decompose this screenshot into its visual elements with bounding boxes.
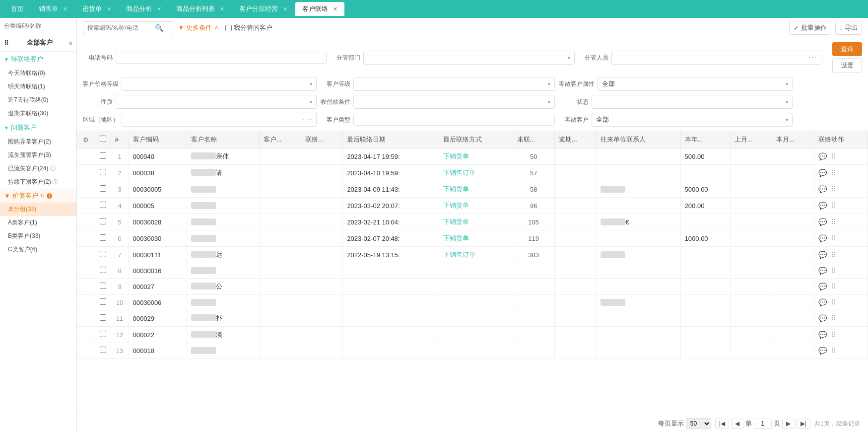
next-page-btn[interactable]: ▶ [782,419,795,429]
prev-page-btn[interactable]: ◀ [731,419,743,429]
col-this-year[interactable]: 本年... [680,131,730,148]
sidebar-item-class-c[interactable]: C类客户(6) [0,243,76,256]
filter-manager-input[interactable]: ··· [611,51,822,65]
filter-search-icon[interactable]: 🔍 [155,24,163,32]
row-phone-icon-8[interactable]: 💬 [818,283,827,290]
row-grid-icon-9[interactable]: ⠿ [831,298,836,306]
sidebar-item-class-a[interactable]: A类客户(1) [0,216,76,229]
row-checkbox-6[interactable] [95,247,111,263]
filter-phone-input[interactable] [116,52,327,64]
row-last-type-4[interactable]: 下销货单 [439,214,513,230]
sidebar-group-value-customers[interactable]: ▼ 价值客户 ↻ ! [0,189,76,203]
row-last-type-0[interactable]: 下销货单 [439,148,513,165]
row-last-type-11[interactable] [439,327,513,343]
row-checkbox-9[interactable] [95,295,111,310]
row-checkbox-7[interactable] [95,263,111,279]
tab-sales-order[interactable]: 销售单 ✕ [32,2,74,16]
row-last-type-10[interactable] [439,310,513,327]
tab-product-analysis-list[interactable]: 商品分析列表 ✕ [169,2,231,16]
row-grid-icon-2[interactable]: ⠿ [831,185,836,193]
row-checkbox-input-12[interactable] [100,347,106,353]
batch-ops-button[interactable]: ✓ 批量操作 [789,21,831,35]
more-conditions-btn[interactable]: ▼ 更多条件 ∧ [178,23,219,32]
row-grid-icon-11[interactable]: ⠿ [831,331,836,339]
row-grid-icon-1[interactable]: ⠿ [831,169,836,177]
row-phone-icon-7[interactable]: 💬 [818,267,827,275]
row-checkbox-2[interactable] [95,181,111,198]
row-last-type-3[interactable]: 下销货单 [439,198,513,214]
row-checkbox-input-2[interactable] [100,185,106,192]
sidebar-item-7day-pending[interactable]: 近7天待联络(0) [0,93,76,107]
col-type[interactable]: 客户... [259,131,301,148]
row-checkbox-12[interactable] [95,343,111,359]
col-no-contact-days[interactable]: 未联... [513,131,554,148]
tab-customer-contact-close[interactable]: ✕ [333,6,337,12]
sidebar-item-tomorrow-pending[interactable]: 明天待联络(1) [0,80,76,93]
row-phone-icon-5[interactable]: 💬 [818,234,827,242]
row-phone-icon-2[interactable]: 💬 [818,185,827,193]
filter-dept-select[interactable]: ▾ [363,51,574,65]
row-phone-icon-1[interactable]: 💬 [818,169,827,177]
tab-product-analysis-close[interactable]: ✕ [157,6,161,12]
per-page-select[interactable]: 20 50 100 [686,418,711,429]
row-checkbox-4[interactable] [95,214,111,230]
sidebar-item-today-pending[interactable]: 今天待联络(0) [0,67,76,80]
tab-purchase-order-close[interactable]: ✕ [107,6,111,12]
row-checkbox-11[interactable] [95,327,111,343]
filter-retail-customer-select[interactable]: 全部 ▾ [592,113,793,127]
row-phone-icon-0[interactable]: 💬 [818,152,827,160]
tab-home[interactable]: 首页 [4,2,31,16]
col-this-month[interactable]: 本月... [772,131,814,148]
sidebar-group-problem-customers[interactable]: ▼ 问题客户 [0,120,76,135]
select-all-checkbox[interactable] [100,136,106,142]
row-checkbox-5[interactable] [95,230,111,247]
my-customers-checkbox[interactable] [225,25,232,31]
col-unit-contact[interactable]: 往来单位联系人 [597,131,680,148]
filter-payment-select[interactable]: ▾ [353,95,554,109]
sidebar-item-ungroup[interactable]: 未分组(32) [0,203,76,216]
page-number-input[interactable] [754,419,772,429]
row-last-type-2[interactable]: 下销货单 [439,181,513,198]
col-code[interactable]: 客户编码 [129,131,187,148]
row-grid-icon-5[interactable]: ⠿ [831,234,836,242]
sidebar-search-input[interactable] [4,22,77,29]
row-checkbox-input-8[interactable] [100,283,106,289]
row-last-type-1[interactable]: 下销售订单 [439,165,513,181]
filter-price-level-select[interactable]: ▾ [122,77,317,91]
row-phone-icon-6[interactable]: 💬 [818,251,827,259]
row-last-type-12[interactable] [439,343,513,359]
tab-product-analysis[interactable]: 商品分析 ✕ [119,2,168,16]
filter-region-input[interactable]: ··· [122,113,317,127]
row-grid-icon-8[interactable]: ⠿ [831,283,836,290]
filter-status-select[interactable]: ▾ [592,95,793,109]
sidebar-refresh-icon[interactable]: ↻ [40,193,45,199]
row-checkbox-input-0[interactable] [100,152,106,159]
row-phone-icon-12[interactable]: 💬 [818,347,827,355]
filter-retail-attr-select[interactable]: 全部 ▾ [598,77,793,91]
tab-customer-contact[interactable]: 客户联络 ✕ [295,2,344,16]
row-grid-icon-6[interactable]: ⠿ [831,251,836,259]
first-page-btn[interactable]: |◀ [715,419,729,429]
search-button[interactable]: 查询 [832,42,862,56]
row-last-type-9[interactable] [439,295,513,310]
row-checkbox-3[interactable] [95,198,111,214]
sidebar-item-declining[interactable]: 持续下滑客户(2) ⓘ [0,175,76,189]
sidebar-item-churned[interactable]: 已流失客户(24) ⓘ [0,162,76,175]
row-grid-icon-10[interactable]: ⠿ [831,314,836,322]
row-checkbox-input-5[interactable] [100,234,106,241]
row-grid-icon-3[interactable]: ⠿ [831,202,836,210]
sidebar-group-pending-contact[interactable]: ▼ 待联络客户 [0,52,76,67]
sidebar-item-churn-warning[interactable]: 流失预警客户(3) [0,148,76,162]
row-grid-icon-0[interactable]: ⠿ [831,152,836,160]
row-last-type-7[interactable] [439,263,513,279]
filter-customer-level-select[interactable]: ▾ [353,77,554,91]
row-phone-icon-3[interactable]: 💬 [818,202,827,210]
row-grid-icon-4[interactable]: ⠿ [831,218,836,226]
tab-purchase-order[interactable]: 进货单 ✕ [75,2,118,16]
row-checkbox-10[interactable] [95,310,111,327]
col-last-contact-type[interactable]: 最后联络方式 [439,131,513,148]
row-last-type-6[interactable]: 下销售订单 [439,247,513,263]
row-phone-icon-9[interactable]: 💬 [818,298,827,306]
col-checkbox[interactable] [95,131,111,148]
row-checkbox-input-3[interactable] [100,202,106,208]
